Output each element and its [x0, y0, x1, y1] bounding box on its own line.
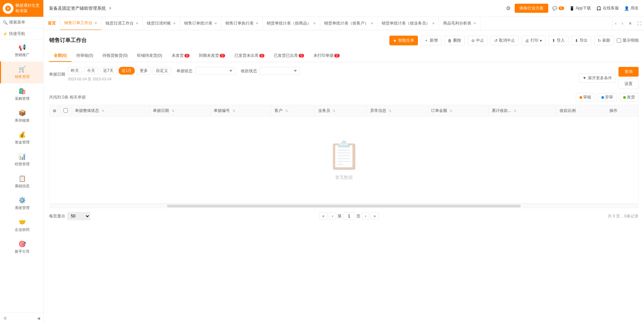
message-action[interactable]: 💬 6 — [552, 6, 564, 11]
print-btn[interactable]: 🖨 打印 ▾ — [521, 36, 546, 45]
sidebar-item-system[interactable]: ⚙️ 系统管理 — [0, 193, 43, 214]
tab-cash-reconcile[interactable]: 钱货日清对账 ✕ — [143, 17, 180, 30]
next-page-btn[interactable]: › — [362, 212, 369, 220]
delete-btn[interactable]: 🗑 删除 — [444, 36, 465, 45]
approve-btn[interactable]: 审核 — [576, 93, 595, 102]
tab-cash-reconcile-close[interactable]: ✕ — [173, 22, 176, 25]
sort-collected[interactable]: ⇅ — [514, 109, 516, 113]
per-page-select[interactable]: 10 20 50 100 — [67, 212, 90, 220]
tab-scroll-right[interactable]: › — [619, 17, 626, 30]
query-btn[interactable]: 查询 — [618, 67, 639, 77]
sidebar-item-guide[interactable]: 🎯 新手引导 — [0, 236, 43, 258]
sidebar-item-collab[interactable]: 🤝 企业协同 — [0, 214, 43, 236]
tab-sales-summary-customer[interactable]: 销货单统计表（按客户） ✕ — [320, 17, 378, 30]
refresh-btn[interactable]: ↻ 刷新 — [594, 36, 614, 45]
date-btn-today[interactable]: 今天 — [84, 67, 98, 75]
sub-tab-pending-check[interactable]: 待拣货验货(0) — [98, 50, 132, 62]
date-btn-yesterday[interactable]: 昨天 — [68, 67, 82, 75]
add-btn[interactable]: ＋ 新增 — [421, 36, 441, 45]
smart-create-btn[interactable]: ★ 智能生单 — [389, 36, 418, 45]
sidebar-item-sales[interactable]: 🛒 销售管理 — [0, 62, 43, 83]
sub-tab-not-printed[interactable]: 未打印单据0 — [309, 50, 344, 62]
date-btn-more[interactable]: 更多 — [137, 67, 151, 75]
sub-tab-expired[interactable]: 到期未发货0 — [194, 50, 230, 62]
app-download-action[interactable]: 📱 App下载 — [569, 5, 591, 11]
sub-tab-shipped-not-out[interactable]: 已发货未出库0 — [230, 50, 269, 62]
col-checkbox — [60, 105, 72, 117]
tab-sales-summary-staff-close[interactable]: ✕ — [432, 22, 435, 25]
show-detail-checkbox[interactable] — [617, 38, 621, 43]
tab-sales-summary-product[interactable]: 销货单统计表（按商品） ✕ — [263, 17, 320, 30]
last-page-btn[interactable]: » — [371, 212, 379, 220]
horizontal-scrollbar[interactable] — [49, 204, 639, 208]
tab-sales-stats-close[interactable]: ✕ — [214, 22, 217, 25]
user-action[interactable]: 👤 用友 — [624, 5, 639, 11]
cancel-stop-btn[interactable]: ↺ 取消中止 — [490, 36, 519, 45]
tab-home[interactable]: 首页 — [44, 17, 60, 30]
industry-btn[interactable]: 体验行业方案 — [515, 4, 548, 13]
sidebar-item-operations[interactable]: 📊 经营管理 — [0, 149, 43, 171]
tab-sales-workbench-close[interactable]: ✕ — [94, 21, 97, 25]
sidebar-search-item[interactable]: 🔍 搜索菜单 — [0, 17, 43, 28]
tab-gross-profit[interactable]: 商品毛利分析表 ✕ — [439, 17, 480, 30]
show-detail-checkbox-label[interactable]: 显示明细 — [617, 38, 639, 43]
prev-page-btn[interactable]: ‹ — [329, 212, 336, 220]
sub-tab-all[interactable]: 全部(0) — [49, 50, 72, 62]
date-btn-1month[interactable]: 近1月 — [119, 67, 135, 75]
sidebar-item-basic[interactable]: 📋 基础信息 — [0, 171, 43, 193]
tab-sales-stats[interactable]: 销售订单统计表 ✕ — [180, 17, 221, 30]
tab-close-all[interactable]: ✕ — [626, 17, 635, 30]
import-btn[interactable]: ⬆ 导入 — [548, 36, 568, 45]
tab-scroll-left[interactable]: ‹ — [612, 17, 619, 30]
select-all-checkbox[interactable] — [63, 108, 68, 113]
sidebar-item-marketing[interactable]: 📢 营销推广 — [0, 40, 43, 62]
gear-button[interactable]: ⚙ — [506, 5, 511, 11]
sort-date[interactable]: ⇅ — [172, 109, 174, 113]
tab-cash-daily[interactable]: 钱货日清工作台 ✕ — [101, 17, 143, 30]
settings-icon[interactable]: ⚙ — [3, 316, 7, 321]
ship-btn[interactable]: 发货 — [619, 93, 639, 102]
tab-sales-summary-customer-close[interactable]: ✕ — [371, 22, 373, 25]
collapse-icon[interactable]: ◀ — [37, 316, 40, 321]
sidebar-item-system-label: 系统管理 — [15, 205, 30, 210]
sort-amount[interactable]: ⇅ — [449, 109, 452, 113]
sort-abnormal[interactable]: ⇅ — [389, 109, 391, 113]
sort-number[interactable]: ⇅ — [232, 109, 235, 113]
tab-sales-summary-product-close[interactable]: ✕ — [313, 22, 316, 25]
setting-btn[interactable]: 设置 — [618, 79, 639, 89]
online-service-action[interactable]: 🎧 在线客服 — [596, 5, 619, 11]
tab-gross-profit-close[interactable]: ✕ — [473, 22, 476, 25]
tab-sales-summary-staff[interactable]: 销货单统计表（按业务员） ✕ — [378, 17, 439, 30]
tab-sales-execute[interactable]: 销售订单执行表 ✕ — [221, 17, 263, 30]
cancel-approve-btn[interactable]: 弃审 — [598, 93, 617, 102]
first-page-btn[interactable]: « — [319, 212, 328, 220]
sidebar-item-inventory[interactable]: 📦 库存核算 — [0, 105, 43, 127]
sort-customer[interactable]: ⇅ — [285, 109, 288, 113]
sort-staff[interactable]: ⇅ — [333, 109, 335, 113]
sub-tab-wangpu[interactable]: 旺铺待发货(0) — [132, 50, 167, 62]
sub-tab-shipped-out[interactable]: 已发货已出库0 — [269, 50, 309, 62]
tab-cash-daily-close[interactable]: ✕ — [136, 22, 138, 25]
sub-tab-not-shipped[interactable]: 未发货0 — [167, 50, 195, 62]
print-dropdown[interactable]: ▾ — [540, 38, 542, 43]
sidebar-item-purchase[interactable]: 🛍️ 采购管理 — [0, 83, 43, 105]
system-dropdown-arrow[interactable]: ▼ — [109, 6, 112, 10]
expand-more-btn[interactable]: ▼ 展开更多条件 — [579, 74, 616, 83]
col-number: 单据编号 ⇅ — [210, 105, 271, 117]
export-btn[interactable]: ⬇ 导出 — [571, 36, 591, 45]
sort-status[interactable]: ⇅ — [101, 109, 104, 113]
sidebar-item-finance[interactable]: 💰 资金管理 — [0, 127, 43, 149]
date-btn-custom[interactable]: 自定义 — [153, 67, 171, 75]
sub-tab-pending-review[interactable]: 待审核(0) — [72, 50, 98, 62]
tab-fullscreen[interactable]: ⛶ — [635, 17, 644, 30]
date-btn-7days[interactable]: 近7天 — [100, 67, 117, 75]
page-input[interactable] — [343, 212, 355, 220]
stop-btn[interactable]: ⊘ 中止 — [468, 36, 488, 45]
collection-filter-select[interactable] — [260, 67, 300, 75]
per-page-label: 每页显示 — [49, 213, 65, 219]
sidebar-quicknav-item[interactable]: ⚡ 快捷导航 — [0, 28, 43, 40]
status-filter-select[interactable] — [195, 67, 235, 75]
tab-sales-workbench[interactable]: 销售订单工作台 ✕ — [60, 17, 101, 30]
tab-sales-execute-close[interactable]: ✕ — [256, 22, 258, 25]
settings-col-icon[interactable]: ⚙ — [53, 109, 56, 113]
